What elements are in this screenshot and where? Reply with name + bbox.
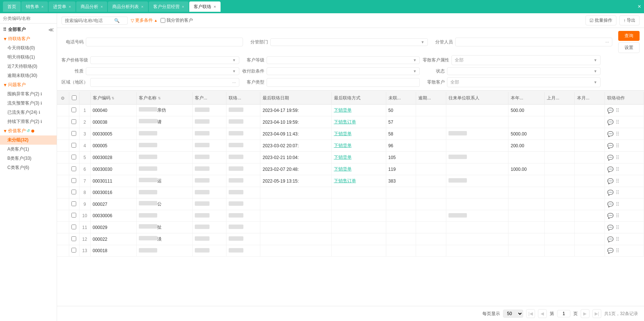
grid-action-icon[interactable]: ⠿ [616,201,619,207]
row-checkbox[interactable] [71,236,76,241]
sidebar-item-class-c[interactable]: C类客户(6) [0,163,57,172]
row-checkbox[interactable] [71,166,76,171]
sidebar-item-ungrouped[interactable]: 未分组(32) [0,135,57,145]
tab-purchase-close[interactable]: × [68,4,71,9]
comment-icon[interactable]: 💬 [607,248,613,254]
tab-sales-close[interactable]: × [41,4,43,9]
sidebar-section-pending[interactable]: ▼ 待联络客户 [0,34,57,43]
region-select[interactable]: ··· [90,78,239,87]
sidebar-item-lost[interactable]: 已流失客户(24) ℹ [0,108,57,117]
sparse-customer-select[interactable]: 全部 ▼ [447,77,601,87]
contact-method-link[interactable]: 下销售订单 [334,178,356,183]
tab-home[interactable]: 首页 [3,1,21,12]
comment-icon[interactable]: 💬 [607,143,613,149]
sidebar-item-class-b[interactable]: B类客户(33) [0,154,57,163]
sidebar-section-problem[interactable]: ▼ 问题客户 [0,80,57,89]
tab-analysis-close[interactable]: × [101,4,103,9]
grid-action-icon[interactable]: ⠿ [616,143,619,149]
comment-icon[interactable]: 💬 [607,107,613,113]
grid-action-icon[interactable]: ⠿ [616,178,619,184]
sidebar-search-input[interactable] [3,16,57,21]
row-checkbox[interactable] [71,155,76,159]
grid-action-icon[interactable]: ⠿ [616,225,619,230]
contact-method-link[interactable]: 下销货单 [334,107,352,113]
window-close-button[interactable]: × [638,3,641,10]
row-checkbox[interactable] [71,143,76,148]
prev-page-button[interactable]: ◀ [538,309,547,318]
contact-method-link[interactable]: 下销货单 [334,166,352,172]
contact-method-link[interactable]: 下销货单 [334,155,352,160]
comment-icon[interactable]: 💬 [607,201,613,207]
comment-icon[interactable]: 💬 [607,213,613,219]
customer-type-input[interactable] [267,78,420,87]
row-checkbox[interactable] [71,119,76,124]
row-checkbox[interactable] [71,201,76,206]
comment-icon[interactable]: 💬 [607,166,613,172]
refresh-icon[interactable]: ↺ [27,128,30,133]
th-customer-code[interactable]: 客户编码 ⇅ [90,92,137,105]
comment-icon[interactable]: 💬 [607,155,613,160]
customer-level-select[interactable]: ▼ [267,56,420,64]
grid-action-icon[interactable]: ⠿ [616,248,619,254]
filter-search-icon[interactable]: 🔍 [114,18,120,23]
tab-customer-contact-close[interactable]: × [214,4,216,9]
first-page-button[interactable]: |◀ [526,309,535,318]
sidebar-item-class-a[interactable]: A类客户(1) [0,145,57,154]
comment-icon[interactable]: 💬 [607,131,613,137]
batch-operations-button[interactable]: ☑ 批量操作 [585,15,616,25]
sidebar-collapse-icon[interactable]: ≪ [48,27,54,33]
sidebar-item-7days[interactable]: 近7天待联络(0) [0,62,57,71]
row-checkbox[interactable] [71,213,76,218]
grid-action-icon[interactable]: ⠿ [616,119,619,125]
sidebar-item-declining[interactable]: 持续下滑客户(2) ℹ [0,117,57,126]
price-level-select[interactable]: ▼ [90,56,239,64]
status-select[interactable]: ▼ [447,67,601,75]
th-customer-name[interactable]: 客户名称 ⇅ [137,92,192,105]
grid-action-icon[interactable]: ⠿ [616,107,619,113]
grid-action-icon[interactable]: ⠿ [616,236,619,242]
row-checkbox[interactable] [71,190,76,194]
export-button[interactable]: ↑ 导出 [619,15,640,25]
payment-select[interactable]: ▼ [267,67,420,75]
person-select[interactable]: ··· [455,38,612,46]
comment-icon[interactable]: 💬 [607,225,613,230]
row-checkbox[interactable] [71,178,76,183]
contact-method-link[interactable]: 下销货单 [334,143,352,148]
sidebar-item-today[interactable]: 今天待联络(0) [0,43,57,53]
select-all-checkbox[interactable] [72,95,77,100]
comment-icon[interactable]: 💬 [607,178,613,184]
comment-icon[interactable]: 💬 [607,190,613,195]
nature-select[interactable]: ▼ [86,67,239,75]
tab-analysis-list[interactable]: 商品分析列表 × [108,1,148,12]
tab-customer-contact[interactable]: 客户联络 × [189,1,220,12]
sidebar-item-at-risk[interactable]: 流失预警客户(3) ℹ [0,99,57,108]
grid-action-icon[interactable]: ⠿ [616,131,619,137]
row-checkbox[interactable] [71,225,76,229]
contact-method-link[interactable]: 下销售订单 [334,119,356,124]
tab-analysis-list-close[interactable]: × [141,4,143,9]
sidebar-item-abnormal[interactable]: 囤购异常客户(2) ℹ [0,89,57,99]
my-customers-checkbox[interactable] [161,18,165,23]
sidebar-item-tomorrow[interactable]: 明天待联络(1) [0,53,57,62]
grid-action-icon[interactable]: ⠿ [616,166,619,172]
grid-action-icon[interactable]: ⠿ [616,213,619,219]
sparse-attr-select[interactable]: 全部 ▼ [451,55,601,65]
tab-customer-tier-close[interactable]: × [182,4,184,9]
filter-search-input[interactable] [65,18,113,23]
tab-purchase[interactable]: 进货单 × [49,1,75,12]
reset-button[interactable]: 设置 [618,42,640,53]
per-page-select[interactable]: 50 100 200 [503,310,523,318]
comment-icon[interactable]: 💬 [607,236,613,242]
phone-input[interactable] [86,38,243,46]
row-checkbox[interactable] [71,107,76,112]
row-checkbox[interactable] [71,248,76,253]
dept-select[interactable]: ▼ [270,38,427,46]
grid-action-icon[interactable]: ⠿ [616,155,619,160]
query-button[interactable]: 查询 [618,31,640,41]
row-checkbox[interactable] [71,131,76,136]
contact-method-link[interactable]: 下销货单 [334,131,352,136]
last-page-button[interactable]: ▶| [592,309,601,318]
grid-action-icon[interactable]: ⠿ [616,190,619,195]
more-conditions-button[interactable]: ▽ 更多条件 ▲ [131,17,158,24]
next-page-button[interactable]: ▶ [581,309,590,318]
